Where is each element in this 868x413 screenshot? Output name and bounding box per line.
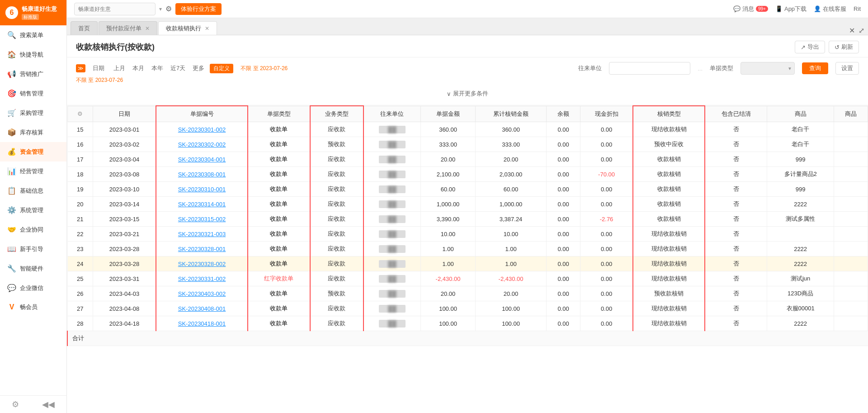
sidebar-item-search[interactable]: 🔍 搜索菜单 — [0, 25, 66, 45]
date-last-month[interactable]: 上月 — [112, 63, 127, 73]
doc-no-link[interactable]: SK-20230315-002 — [178, 216, 226, 223]
export-button[interactable]: ↗ 导出 — [795, 41, 825, 53]
counterparty-label: 往来单位 — [578, 64, 602, 72]
doc-type-select-wrap — [741, 62, 795, 75]
sidebar-item-hardware[interactable]: 🔧 智能硬件 — [0, 259, 66, 278]
cell-doc-amount: 2,100.00 — [421, 167, 476, 182]
sidebar-item-enterprise[interactable]: 🤝 企业协同 — [0, 220, 66, 239]
cell-product — [767, 227, 834, 242]
cell-no: 21 — [67, 212, 93, 227]
doc-no-link[interactable]: SK-20230310-001 — [178, 186, 226, 193]
app-download-item[interactable]: 📱 App下载 — [775, 5, 807, 13]
date-this-month[interactable]: 本月 — [131, 63, 146, 73]
doc-no-link[interactable]: SK-20230301-002 — [178, 126, 226, 133]
sidebar: 6 畅康道好生意 标推版 🔍 搜索菜单 🏠 快捷导航 📢 营销推广 🎯 销售管理… — [0, 0, 67, 413]
cell-counterparty: ██ — [363, 137, 421, 152]
refresh-button[interactable]: ↺ 刷新 — [829, 41, 859, 53]
cell-doc-amount: 20.00 — [421, 152, 476, 167]
sidebar-item-purchase[interactable]: 🛒 采购管理 — [0, 103, 66, 123]
cell-cumulative: -2,430.00 — [475, 271, 546, 286]
cell-product: 测试jun — [767, 271, 834, 286]
tab-close-receipt[interactable]: ✕ — [205, 25, 209, 32]
tab-close-prepay[interactable]: ✕ — [145, 25, 150, 32]
tab-home[interactable]: 首页 — [71, 21, 98, 35]
date-this-year[interactable]: 本年 — [150, 63, 165, 73]
tab-close-all-icon[interactable]: ✕ — [849, 26, 855, 35]
sidebar-item-operations[interactable]: 📊 经营管理 — [0, 161, 66, 181]
guide-icon: 📖 — [7, 245, 16, 253]
doc-no-link[interactable]: SK-20230331-002 — [178, 275, 226, 282]
industry-solution-button[interactable]: 体验行业方案 — [175, 3, 222, 15]
cell-product2 — [834, 167, 868, 182]
counterparty-input[interactable] — [609, 62, 690, 75]
date-custom-button[interactable]: 自定义 — [210, 64, 233, 73]
sidebar-item-sales[interactable]: 🎯 销售管理 — [0, 84, 66, 103]
sidebar-item-inventory[interactable]: 📦 库存核算 — [0, 123, 66, 142]
sidebar-item-quick-nav[interactable]: 🏠 快捷导航 — [0, 45, 66, 64]
doc-no-link[interactable]: SK-20230403-002 — [178, 290, 226, 297]
cell-doc-type: 红字收款单 — [248, 271, 310, 286]
cell-biz-type: 应收款 — [310, 212, 363, 227]
cell-date: 2023-04-08 — [93, 301, 156, 316]
sidebar-item-member[interactable]: V 畅会员 — [0, 298, 66, 317]
doc-no-link[interactable]: SK-20230328-002 — [178, 261, 226, 267]
sidebar-collapse-icon[interactable]: ◀◀ — [42, 399, 55, 409]
cell-doc-no: SK-20230321-003 — [156, 227, 248, 242]
topbar-gear-icon[interactable]: ⚙ — [165, 5, 172, 13]
sidebar-item-wechat[interactable]: 💬 企业微信 — [0, 278, 66, 298]
table-container[interactable]: ⚙ 日期 单据编号 单据类型 业务类型 往来单位 单据金额 累计核销金额 余额 … — [67, 105, 868, 413]
sidebar-item-base[interactable]: 📋 基础信息 — [0, 181, 66, 200]
doc-no-link[interactable]: SK-20230304-001 — [178, 156, 226, 163]
topbar-chevron-icon[interactable]: ▾ — [159, 6, 162, 12]
tab-prepay-order[interactable]: 预付款应付单 ✕ — [99, 21, 157, 35]
sidebar-item-system[interactable]: ⚙️ 系统管理 — [0, 200, 66, 220]
doc-no-link[interactable]: SK-20230302-002 — [178, 141, 226, 148]
filter-collapse-btn[interactable]: ≫ — [76, 64, 85, 72]
doc-no-link[interactable]: SK-20230328-001 — [178, 246, 226, 252]
cell-cancel-type: 收款核销 — [633, 152, 705, 167]
sidebar-item-guide[interactable]: 📖 新手引导 — [0, 239, 66, 259]
sidebar-item-finance[interactable]: 💰 资金管理 — [0, 142, 66, 161]
inventory-icon: 📦 — [7, 128, 16, 137]
home-icon: 🏠 — [7, 50, 16, 59]
message-item[interactable]: 💬 消息 99+ — [733, 5, 768, 13]
cell-doc-no: SK-20230328-002 — [156, 256, 248, 271]
page-title: 收款核销执行(按收款) — [76, 42, 155, 52]
cell-doc-amount: 60.00 — [421, 182, 476, 197]
col-settings[interactable]: ⚙ — [67, 106, 93, 122]
doc-no-link[interactable]: SK-20230408-001 — [178, 305, 226, 312]
cell-product2 — [834, 242, 868, 256]
cell-cumulative: 100.00 — [475, 316, 546, 331]
query-button[interactable]: 查询 — [802, 62, 828, 74]
tab-receipt-cancel[interactable]: 收款核销执行 ✕ — [158, 21, 217, 35]
wechat-icon: 💬 — [7, 284, 16, 292]
topbar-search-input[interactable] — [74, 3, 156, 15]
date-7-days[interactable]: 近7天 — [169, 63, 187, 73]
cell-doc-amount: 1.00 — [421, 256, 476, 271]
user-info-item[interactable]: Rit — [854, 5, 861, 12]
doc-no-link[interactable]: SK-20230308-001 — [178, 171, 226, 178]
sales-icon: 🎯 — [7, 89, 16, 98]
online-service-item[interactable]: 👤 在线客服 — [814, 5, 846, 13]
cell-counterparty: ██ — [363, 182, 421, 197]
doc-no-link[interactable]: SK-20230321-003 — [178, 231, 226, 237]
sidebar-item-marketing[interactable]: 📢 营销推广 — [0, 64, 66, 84]
doc-no-link[interactable]: SK-20230314-001 — [178, 201, 226, 208]
filter-dots: ... — [698, 65, 703, 72]
col-balance: 余额 — [547, 106, 580, 122]
cell-include-settled: 否 — [705, 167, 767, 182]
sidebar-settings-icon[interactable]: ⚙ — [12, 399, 19, 409]
cell-cumulative: 2,030.00 — [475, 167, 546, 182]
tab-bar: 首页 预付款应付单 ✕ 收款核销执行 ✕ ✕ ⤢ — [67, 18, 868, 35]
settings-button[interactable]: 设置 — [835, 62, 859, 75]
doc-no-link[interactable]: SK-20230418-001 — [178, 320, 226, 327]
expand-conditions-btn[interactable]: ∨ 展开更多条件 — [447, 90, 488, 98]
doc-type-select[interactable] — [741, 62, 795, 75]
tab-expand-icon[interactable]: ⤢ — [859, 26, 864, 35]
cell-counterparty: ██ — [363, 271, 421, 286]
cell-cancel-type: 收款核销 — [633, 182, 705, 197]
cell-doc-amount: 3,390.00 — [421, 212, 476, 227]
date-more[interactable]: 更多 — [191, 63, 206, 73]
cell-doc-amount: -2,430.00 — [421, 271, 476, 286]
cell-doc-no: SK-20230418-001 — [156, 316, 248, 331]
